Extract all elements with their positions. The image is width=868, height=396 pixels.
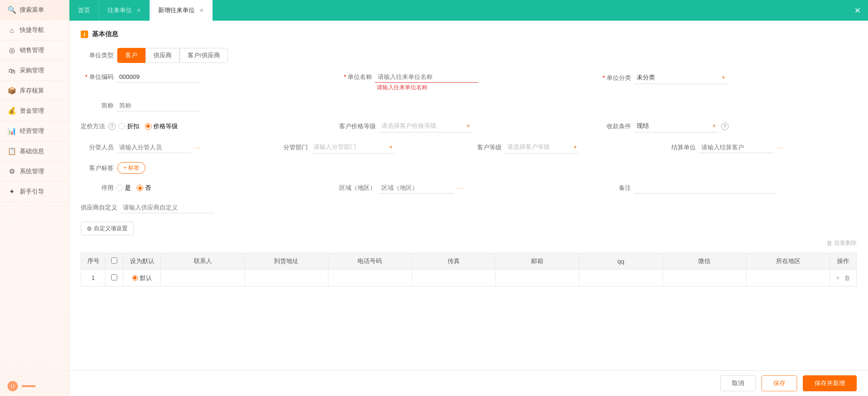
pricing-help-icon[interactable]: ? (108, 123, 116, 130)
sidebar-item-basic-info[interactable]: 📋 基础信息 (0, 141, 69, 162)
sidebar-item-purchase[interactable]: 🛍 采购管理 (0, 61, 69, 81)
phone-input[interactable] (337, 272, 403, 283)
unit-code-field: * 单位编码 (81, 71, 339, 83)
region-input[interactable] (379, 182, 454, 194)
unit-type-both[interactable]: 客户/供应商 (180, 48, 228, 63)
settlement-input[interactable] (699, 142, 774, 153)
tab-partner[interactable]: 往来单位 ✕ (99, 0, 150, 21)
tab-partner-close[interactable]: ✕ (137, 8, 141, 14)
address-input[interactable] (253, 272, 319, 283)
global-close-button[interactable]: ✕ (847, 6, 868, 15)
table-row: 1 默认 (81, 270, 857, 287)
sidebar-item-quick-nav[interactable]: ⌂ 快捷导航 (0, 20, 69, 40)
unit-type-group: 客户 供应商 客户/供应商 (117, 48, 228, 63)
qq-input[interactable] (588, 272, 654, 283)
abbr-row: 简称 (81, 100, 857, 111)
search-icon: 🔍 (8, 6, 16, 14)
sidebar-item-label: 采购管理 (20, 66, 44, 75)
sidebar: 🔍 搜索菜单 ⌂ 快捷导航 ◎ 销售管理 🛍 采购管理 📦 库存核算 💰 资金管… (0, 0, 69, 396)
save-new-button[interactable]: 保存并新增 (803, 375, 857, 391)
unit-name-error: 请输入往来单位名称 (339, 84, 598, 92)
cancel-button[interactable]: 取消 (720, 375, 756, 391)
remark-input[interactable] (634, 182, 775, 194)
row-action-cell: + 🗑 (830, 270, 857, 287)
department-select[interactable]: 请输入分管部门 ▾ (311, 141, 395, 154)
batch-delete-label[interactable]: 批量删除 (834, 239, 857, 247)
manager-more-button[interactable]: ··· (194, 144, 201, 151)
pricing-level-radio[interactable]: 价格等级 (145, 122, 178, 131)
payment-terms-help-icon[interactable]: ? (721, 123, 729, 130)
tags-row: 客户标签 + 标签 (81, 162, 857, 174)
tab-new-partner-close[interactable]: ✕ (199, 8, 204, 14)
sidebar-item-finance[interactable]: 💰 资金管理 (0, 101, 69, 121)
discount-label: 折扣 (127, 122, 139, 131)
unit-category-select[interactable]: 未分类 ▾ (634, 71, 728, 84)
select-all-checkbox[interactable] (111, 257, 117, 264)
sidebar-item-guide[interactable]: ✦ 新手引导 (0, 182, 69, 202)
abbr-input[interactable] (116, 100, 201, 111)
col-region: 所在地区 (746, 253, 830, 270)
save-button[interactable]: 保存 (761, 375, 797, 391)
supplier-custom-row: 供应商自定义 (81, 202, 857, 213)
remark-field: 备注 (598, 182, 857, 194)
tags-field: 客户标签 + 标签 (81, 162, 145, 174)
fax-input[interactable] (421, 272, 487, 283)
add-tag-button[interactable]: + 标签 (117, 162, 145, 174)
unit-type-supplier[interactable]: 供应商 (145, 48, 180, 63)
row-add-button[interactable]: + (836, 274, 840, 281)
settlement-field: 结算单位 ··· (663, 142, 857, 153)
pricing-discount-radio[interactable]: 折扣 (119, 122, 139, 131)
wechat-input[interactable] (671, 272, 737, 283)
unit-type-row: 单位类型 客户 供应商 客户/供应商 (81, 48, 857, 63)
region-field: 区域（地区） ··· (339, 182, 598, 194)
level-label: 价格等级 (153, 122, 178, 131)
region-label: 区域（地区） (339, 184, 376, 192)
disable-no-radio[interactable]: 否 (137, 184, 151, 192)
row-wechat (662, 270, 746, 287)
customer-level-select[interactable]: 请选择客户等级 ▾ (504, 141, 579, 154)
unit-name-input[interactable] (375, 71, 478, 83)
tab-new-partner[interactable]: 新增往来单位 ✕ (150, 0, 213, 21)
disable-no-label: 否 (145, 184, 151, 192)
pricing-field: 定价方法 ? 折扣 价格等级 (81, 122, 339, 131)
unit-category-label: * 单位分类 (598, 74, 631, 82)
customer-level-placeholder: 请选择客户等级 (507, 143, 572, 151)
tab-bar: 首页 往来单位 ✕ 新增往来单位 ✕ ✕ (69, 0, 868, 21)
sidebar-bottom: U (0, 376, 69, 396)
col-action: 操作 (830, 253, 857, 270)
sidebar-item-label: 快捷导航 (20, 26, 44, 34)
row-checkbox[interactable] (111, 274, 117, 280)
region-more-button[interactable]: ··· (457, 184, 464, 192)
sidebar-item-inventory[interactable]: 📦 库存核算 (0, 81, 69, 101)
supplier-custom-input[interactable] (120, 202, 214, 213)
settings-gear-icon: ⚙ (87, 225, 92, 232)
tab-home-label: 首页 (78, 6, 90, 15)
unit-code-input[interactable] (116, 71, 201, 83)
col-wechat: 微信 (662, 253, 746, 270)
custom-settings-button[interactable]: ⚙ 自定义项设置 (81, 222, 134, 235)
sidebar-item-sales[interactable]: ◎ 销售管理 (0, 40, 69, 61)
row-delete-button[interactable]: 🗑 (844, 274, 850, 281)
remark-label: 备注 (598, 184, 631, 192)
row-region-input[interactable] (755, 272, 821, 283)
payment-terms-arrow: ▾ (713, 123, 716, 129)
sidebar-item-label: 基础信息 (20, 147, 44, 155)
payment-terms-label: 收款条件 (598, 122, 631, 131)
disable-yes-radio[interactable]: 是 (116, 184, 131, 192)
sidebar-item-operations[interactable]: 📊 经营管理 (0, 121, 69, 141)
required-star-name: * (344, 73, 346, 80)
email-input[interactable] (504, 272, 570, 283)
row-default-radio[interactable] (132, 275, 138, 281)
customer-price-select[interactable]: 请选择客户价格等级 ▾ (379, 120, 472, 132)
sidebar-item-label: 新手引导 (20, 187, 44, 196)
pricing-row: 定价方法 ? 折扣 价格等级 客户价格等级 (81, 120, 857, 132)
unit-type-customer[interactable]: 客户 (117, 48, 145, 63)
settlement-more-button[interactable]: ··· (777, 144, 784, 151)
sidebar-item-search[interactable]: 🔍 搜索菜单 (0, 0, 69, 20)
sidebar-item-system[interactable]: ⚙ 系统管理 (0, 162, 69, 182)
manager-input[interactable] (116, 142, 191, 153)
default-label: 默认 (140, 274, 152, 282)
tab-home[interactable]: 首页 (69, 0, 99, 21)
payment-terms-select[interactable]: 现结 ▾ (634, 120, 718, 132)
contact-input[interactable] (170, 272, 236, 283)
